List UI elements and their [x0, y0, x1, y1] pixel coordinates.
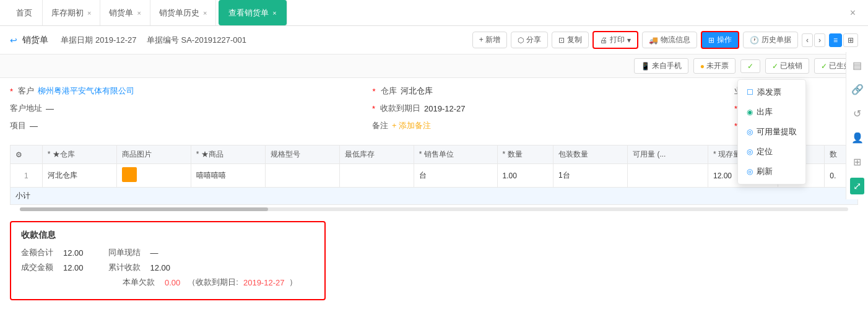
transaction-label: 成交金额	[21, 262, 58, 273]
product-table: ⚙ * ★仓库 商品图片 * ★商品 规格型号 最低库存 * 销售单位 * 数量…	[10, 145, 858, 205]
sidebar-icon-4[interactable]: 👤	[849, 129, 866, 146]
doc-date-label: 单据日期 2019-12-27	[61, 35, 137, 46]
verified-label: 已核销	[780, 61, 802, 71]
doc-actions: + 新增 ⬡ 分享 ⊡ 复制 🖨 打印 ▾ 🚚 物流信息	[472, 31, 858, 49]
doc-title: 销货单	[22, 35, 48, 46]
history-button[interactable]: 🕐 历史单据	[743, 32, 798, 48]
sidebar-icon-3[interactable]: ↺	[851, 105, 864, 122]
check-button[interactable]: ✓	[740, 59, 760, 73]
print-button[interactable]: 🖨 打印 ▾	[592, 31, 638, 49]
address-value: —	[46, 104, 54, 113]
col-qty-label: * 数量	[503, 150, 523, 158]
doc-meta: 单据日期 2019-12-27 单据编号 SA-20191227-001	[61, 35, 246, 46]
window-close-button[interactable]: ×	[844, 7, 862, 19]
add-invoice-label: 添发票	[757, 87, 781, 98]
row-product: 嘻嘻嘻嘻	[191, 164, 265, 188]
available-qty-icon: ◎	[747, 128, 753, 136]
copy-button[interactable]: ⊡ 复制	[552, 32, 589, 48]
scrollbar-thumb[interactable]	[20, 207, 268, 211]
payment-row-1: 金额合计 12.00 同单现结 —	[21, 247, 315, 258]
add-invoice-icon: ☐	[747, 88, 753, 97]
col-product-label: * ★商品	[196, 150, 224, 158]
tab-inventory[interactable]: 库存期初 ×	[43, 0, 100, 25]
warehouse-label: 仓库	[381, 85, 397, 97]
number-value: SA-20191227-001	[181, 35, 247, 45]
prev-button[interactable]: ‹	[802, 33, 813, 47]
dropdown-available-qty[interactable]: ◎ 可用量提取	[738, 122, 805, 142]
tab-view-sales-close[interactable]: ×	[272, 9, 276, 17]
share-label: 分享	[526, 35, 541, 45]
dropdown-locate[interactable]: ◎ 定位	[738, 142, 805, 162]
row-spec	[265, 164, 339, 188]
tab-sales[interactable]: 销货单 ×	[100, 0, 150, 25]
payment-row-2: 成交金额 12.00 累计收款 12.00	[21, 262, 315, 273]
col-pack-qty: 包装数量	[553, 145, 628, 164]
share-button[interactable]: ⬡ 分享	[511, 32, 548, 48]
next-button[interactable]: ›	[814, 33, 825, 47]
row-num: 1	[11, 164, 43, 188]
payment-section: 收款信息 金额合计 12.00 同单现结 — 成交金额 12.00 累计收款	[10, 221, 326, 300]
table-scrollbar[interactable]	[20, 207, 848, 211]
warehouse-value: 河北仓库	[401, 85, 433, 97]
document-header: ↩ 销货单 单据日期 2019-12-27 单据编号 SA-20191227-0…	[0, 26, 868, 54]
not-open-button[interactable]: ● 未开票	[693, 58, 736, 74]
outbound-icon: ◉	[747, 108, 753, 116]
tab-sales-history[interactable]: 销货单历史 ×	[150, 0, 216, 25]
dropdown-add-invoice[interactable]: ☐ 添发票	[738, 82, 805, 102]
operate-button[interactable]: ⊞ 操作	[701, 31, 739, 49]
verified-badge[interactable]: ✓ 已核销	[765, 58, 809, 74]
payment-date-label: 收款到期日	[380, 103, 420, 114]
new-button[interactable]: + 新增	[472, 32, 507, 48]
main-content: ↩ 销货单 单据日期 2019-12-27 单据编号 SA-20191227-0…	[0, 26, 868, 330]
sidebar-icon-1[interactable]: ▤	[850, 57, 864, 74]
transaction-value: 12.00	[63, 263, 84, 272]
col-spec-label: 规格型号	[271, 150, 300, 158]
same-order-value: —	[150, 248, 158, 258]
note-field: 备注 添加备注	[372, 120, 496, 131]
list-view-button[interactable]: ≡	[829, 33, 842, 47]
col-settings[interactable]: ⚙	[11, 145, 43, 164]
sidebar-icon-5[interactable]: ⊞	[851, 154, 864, 170]
tab-view-sales[interactable]: 查看销货单 ×	[219, 0, 287, 25]
address-label: 客户地址	[10, 103, 42, 114]
row-available	[628, 164, 708, 188]
sidebar-icon-2[interactable]: 🔗	[849, 81, 866, 98]
row-warehouse: 河北仓库	[42, 164, 116, 188]
tab-sales-history-close[interactable]: ×	[203, 9, 207, 17]
tab-inventory-close[interactable]: ×	[87, 9, 91, 17]
tab-sales-close[interactable]: ×	[137, 9, 141, 17]
balance-value: 0.00	[165, 278, 180, 287]
accumulated-value: 12.00	[150, 263, 171, 272]
col-spec: 规格型号	[265, 145, 339, 164]
from-phone-button[interactable]: 📱 来自手机	[634, 58, 688, 74]
tab-home[interactable]: 首页	[6, 0, 43, 25]
tab-bar: 首页 库存期初 × 销货单 × 销货单历史 × 查看销货单 × ×	[0, 0, 868, 26]
doc-number-label: 单据编号 SA-20191227-001	[147, 35, 247, 46]
add-note-button[interactable]: 添加备注	[392, 120, 431, 131]
project-value: —	[30, 121, 38, 131]
logistics-icon: 🚚	[649, 36, 658, 45]
doc-title-section: ↩ 销货单 单据日期 2019-12-27 单据编号 SA-20191227-0…	[10, 35, 246, 46]
number-label-text: 单据编号	[147, 35, 179, 46]
grid-view-button[interactable]: ⊞	[843, 33, 858, 47]
dropdown-outbound[interactable]: ◉ 出库	[738, 102, 805, 122]
project-label: 项目	[10, 120, 26, 131]
subtotal-row: 小计	[11, 188, 858, 205]
from-phone-label: 来自手机	[652, 61, 682, 71]
form-row-1: * 客户 柳州粤港平安气体有限公司 * 仓库 河北仓库 业务员 演示账号	[10, 85, 858, 97]
row-min-stock	[339, 164, 414, 188]
customer-value[interactable]: 柳州粤港平安气体有限公司	[38, 85, 134, 97]
subtotal-label: 小计	[11, 188, 858, 205]
doc-type-icon: ↩	[10, 35, 17, 45]
sidebar-icon-expand[interactable]: ⤢	[850, 178, 864, 194]
payment-date-value: 2019-12-27	[424, 104, 466, 113]
customer-label: 客户	[18, 85, 34, 97]
available-qty-label: 可用量提取	[757, 126, 797, 137]
view-toggle: ≡ ⊞	[829, 33, 858, 47]
table-row: 1 河北仓库 嘻嘻嘻嘻 台 1.00 1台 12.00	[11, 164, 858, 188]
customer-required: *	[10, 87, 13, 96]
form-row-2: 客户地址 — * 收款到期日 2019-12-27 * 票据类型 不开票	[10, 103, 858, 114]
form-row-3: 项目 — 备注 添加备注 * 业务员孟 —	[10, 120, 858, 131]
dropdown-refresh[interactable]: ◎ 刷新	[738, 162, 805, 181]
logistics-button[interactable]: 🚚 物流信息	[642, 32, 697, 48]
